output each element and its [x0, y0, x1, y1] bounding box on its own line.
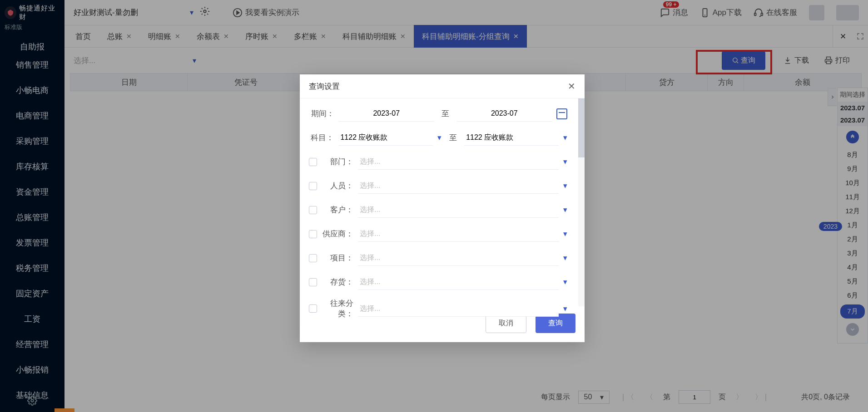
close-icon[interactable]: ✕ [513, 33, 519, 40]
close-icon[interactable]: ✕ [223, 33, 229, 40]
period-collapse-button[interactable] [828, 88, 837, 106]
chevron-down-icon[interactable]: ▾ [437, 133, 441, 142]
sidebar-item-reimburse[interactable]: 小畅报销 [0, 357, 64, 383]
filter-label: 供应商： [322, 229, 353, 239]
filter-input[interactable] [358, 301, 559, 317]
period-scroll-down[interactable] [846, 323, 859, 336]
sidebar-item-ledger[interactable]: 总账管理 [0, 205, 64, 230]
subject-from-input[interactable] [338, 130, 433, 146]
tab-aux-group[interactable]: 科目辅助明细账-分组查询✕ [414, 25, 527, 48]
svg-point-6 [733, 58, 737, 62]
modal-title: 查询设置 [309, 81, 340, 92]
sidebar-item-sales[interactable]: 销售管理 [0, 52, 64, 78]
chevron-down-icon[interactable]: ▾ [563, 229, 567, 239]
period-scroll-up[interactable] [846, 131, 859, 143]
tab-balance[interactable]: 余额表✕ [188, 25, 237, 48]
filter-input[interactable] [358, 226, 559, 242]
tab-journal[interactable]: 序时账✕ [237, 25, 286, 48]
close-icon[interactable]: ✕ [126, 33, 132, 40]
sidebar-item-purchase[interactable]: 采购管理 [0, 128, 64, 154]
sidebar-item-fund[interactable]: 资金管理 [0, 179, 64, 205]
period-month[interactable]: 12月 [838, 204, 868, 218]
filter-input[interactable] [358, 154, 559, 170]
sidebar-item-salary[interactable]: 工资 [0, 306, 64, 332]
chevron-down-icon: ▾ [190, 8, 193, 17]
filter-checkbox[interactable] [309, 182, 317, 190]
filter-checkbox[interactable] [309, 158, 317, 166]
sidebar-settings-button[interactable] [0, 394, 64, 407]
tab-aux-detail[interactable]: 科目辅助明细账✕ [334, 25, 414, 48]
sidebar-item-tax[interactable]: 税务管理 [0, 255, 64, 281]
chevron-down-icon[interactable]: ▾ [563, 133, 567, 142]
period-month[interactable]: 3月 [838, 246, 868, 260]
filter-input[interactable] [358, 250, 559, 266]
calendar-icon[interactable] [556, 108, 567, 119]
tab-home[interactable]: 首页 [67, 25, 99, 48]
close-icon[interactable]: ✕ [272, 33, 278, 40]
chevron-down-icon[interactable]: ▾ [563, 253, 567, 263]
tabs-close-all-button[interactable]: ✕ [833, 25, 853, 48]
filter-checkbox[interactable] [309, 230, 317, 238]
chevron-down-icon[interactable]: ▾ [563, 157, 567, 167]
period-to-input[interactable] [457, 106, 552, 122]
period-month[interactable]: 7月 [840, 304, 865, 319]
period-month[interactable]: 6月 [838, 289, 868, 303]
filter-input[interactable] [358, 178, 559, 194]
svg-rect-7 [827, 61, 831, 64]
filter-checkbox[interactable] [309, 304, 317, 313]
message-button[interactable]: 99 + 消息 [660, 7, 688, 18]
entity-selector[interactable]: 好业财测试-量勿删 ▾ [74, 6, 210, 19]
period-month[interactable]: 10月 [838, 176, 868, 190]
period-from-input[interactable] [339, 106, 434, 122]
period-month[interactable]: 9月 [838, 162, 868, 176]
grouping-select[interactable]: 选择... ▾ [74, 55, 196, 66]
chevron-down-icon[interactable]: ▾ [563, 277, 567, 287]
period-month[interactable]: 1月 [838, 218, 868, 232]
play-icon [233, 8, 243, 18]
filter-checkbox[interactable] [309, 278, 317, 286]
period-title: 期间选择 [838, 88, 868, 102]
subject-to-input[interactable] [464, 130, 559, 146]
sidebar-item-business[interactable]: 经营管理 [0, 332, 64, 357]
fullscreen-button[interactable] [853, 25, 868, 48]
demo-link[interactable]: 我要看实例演示 [233, 7, 299, 18]
sidebar-item-assets[interactable]: 固定资产 [0, 281, 64, 306]
sidebar-item-invoice[interactable]: 发票管理 [0, 230, 64, 255]
phone-icon [700, 8, 710, 18]
filter-input[interactable] [358, 202, 559, 218]
filter-label: 部门： [322, 157, 353, 167]
period-month[interactable]: 4月 [838, 260, 868, 275]
sidebar-item-inventory[interactable]: 库存核算 [0, 154, 64, 179]
filter-checkbox[interactable] [309, 206, 317, 214]
service-button[interactable]: 在线客服 [754, 7, 797, 18]
print-button[interactable]: 打印 [824, 56, 850, 65]
close-icon[interactable]: ✕ [400, 33, 406, 40]
sidebar-item-ecommerce[interactable]: 电商管理 [0, 103, 64, 128]
close-icon[interactable]: ✕ [321, 33, 326, 40]
period-month[interactable]: 5月 [838, 275, 868, 289]
avatar-large[interactable] [836, 5, 859, 20]
filter-input[interactable] [358, 274, 559, 290]
period-month[interactable]: 8月 [838, 148, 868, 162]
tab-detail[interactable]: 明细账✕ [140, 25, 188, 48]
period-month[interactable]: 2月 [838, 232, 868, 246]
filter-checkbox[interactable] [309, 254, 317, 262]
query-button[interactable]: 查询 [722, 51, 765, 70]
sidebar-item-xchang-ec[interactable]: 小畅电商 [0, 78, 64, 103]
chevron-down-icon[interactable]: ▾ [563, 304, 567, 314]
modal-scrollbar-thumb[interactable] [578, 98, 585, 157]
tab-ledger[interactable]: 总账✕ [99, 25, 140, 48]
period-year-to[interactable]: 2023.07 [838, 114, 868, 126]
modal-close-button[interactable]: ✕ [568, 81, 575, 92]
entity-settings-button[interactable] [200, 6, 210, 19]
sidebar-item-overflow[interactable]: 自助报 [0, 39, 64, 52]
download-button[interactable]: 下载 [784, 56, 809, 65]
period-year-from[interactable]: 2023.07 [838, 102, 868, 114]
app-download-button[interactable]: App下载 [700, 7, 742, 18]
close-icon[interactable]: ✕ [175, 33, 180, 40]
period-month[interactable]: 11月 [838, 190, 868, 204]
tab-multi[interactable]: 多栏账✕ [286, 25, 334, 48]
avatar-small[interactable] [809, 5, 824, 20]
chevron-down-icon[interactable]: ▾ [563, 181, 567, 191]
chevron-down-icon[interactable]: ▾ [563, 205, 567, 215]
